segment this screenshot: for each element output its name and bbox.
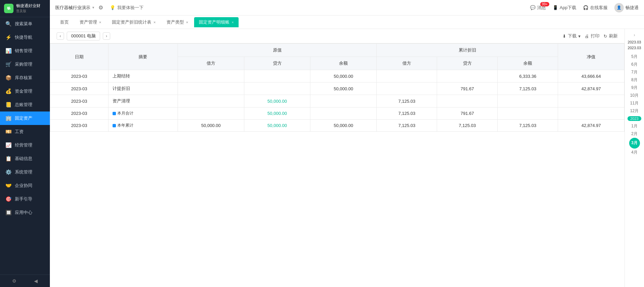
timeline-year-badge[interactable]: 2023 [627, 116, 641, 121]
sidebar-item-purchase[interactable]: 🛒采购管理 [0, 58, 50, 71]
sidebar: 畅 畅捷通好业财 普及版 🔍搜索菜单⚡快捷导航📊销售管理🛒采购管理📦库存核算💰资… [0, 0, 50, 287]
experience-icon: 💡 [110, 5, 115, 10]
prev-asset-button[interactable]: ‹ [57, 32, 64, 40]
sidebar-label-inventory: 库存核算 [15, 75, 32, 81]
print-label: 打印 [591, 33, 600, 39]
tab-asset-mgmt-close[interactable]: × [99, 20, 101, 24]
tab-fixed-depreciation[interactable]: 固定资产折旧统计表 × [107, 17, 160, 27]
experience-button[interactable]: 💡 我要体验一下 [110, 5, 144, 11]
settings-button[interactable]: ⚙ [98, 4, 103, 11]
tab-asset-mgmt[interactable]: 资产管理 × [75, 17, 106, 27]
sidebar-label-search: 搜索菜单 [15, 21, 32, 27]
experience-label: 我要体验一下 [117, 5, 144, 11]
cell-summary: 上期结转 [108, 70, 178, 83]
avatar: 👤 [614, 3, 624, 12]
refresh-icon: ↻ [604, 34, 607, 39]
timeline-month[interactable]: 9月 [630, 84, 639, 92]
service-button[interactable]: 🎧 在线客服 [583, 5, 608, 11]
timeline-top-controls: › [631, 32, 638, 38]
print-action[interactable]: 🖨 打印 [585, 33, 600, 39]
cell-acc-debit [376, 70, 437, 83]
topbar: 医疗器械行业演示 ▾ ⚙ 💡 我要体验一下 💬 消息 99+ 📱 App下载 🎧… [50, 0, 644, 15]
sidebar-icon-nav: ⚡ [5, 34, 11, 40]
sidebar-item-collab[interactable]: 🤝企业协同 [0, 179, 50, 192]
company-selector[interactable]: 医疗器械行业演示 ▾ [55, 5, 94, 11]
refresh-action[interactable]: ↻ 刷新 [604, 33, 618, 39]
timeline-month[interactable]: 5月 [630, 53, 639, 61]
cell-balance: 50,000.00 [310, 120, 377, 132]
sidebar-icon-guide: 🎯 [5, 196, 11, 202]
timeline-top-date2: 2023.03 [628, 45, 641, 51]
sidebar-item-ops[interactable]: 📈经营管理 [0, 138, 50, 152]
th-debit: 借方 [178, 57, 244, 70]
user-area[interactable]: 👤 畅捷通 [614, 3, 639, 12]
sidebar-icon-ops: 📈 [5, 142, 11, 148]
timeline-month[interactable]: 8月 [630, 76, 639, 84]
timeline-expand-btn[interactable]: › [631, 32, 638, 38]
sidebar-item-system[interactable]: ⚙️系统管理 [0, 165, 50, 179]
sidebar-item-finance[interactable]: 💰资金管理 [0, 85, 50, 98]
message-badge: 99+ [540, 2, 549, 6]
cell-net-value: 42,874.97 [558, 83, 624, 95]
sidebar-footer: ⚙ ◀ [0, 275, 50, 287]
next-asset-button[interactable]: › [103, 32, 110, 40]
message-button[interactable]: 💬 消息 99+ [530, 5, 546, 11]
sidebar-item-basic[interactable]: 📋基础信息 [0, 152, 50, 165]
service-label: 在线客服 [590, 5, 608, 11]
timeline-month[interactable]: 12月 [630, 107, 639, 115]
timeline-month[interactable]: 1月 [629, 122, 640, 130]
sidebar-item-salary[interactable]: 💴工资 [0, 125, 50, 138]
detail-table: 日期 摘要 原值 累计折旧 净值 借方 贷方 余额 借方 贷方 余额 [50, 43, 624, 132]
tab-fixed-depreciation-close[interactable]: × [153, 20, 155, 24]
sidebar-label-guide: 新手引导 [15, 196, 32, 202]
sidebar-item-search[interactable]: 🔍搜索菜单 [0, 17, 50, 31]
cell-balance [310, 107, 377, 120]
cell-credit: 50,000.00 [244, 120, 310, 132]
collapse-icon[interactable]: ◀ [34, 278, 38, 284]
th-summary: 摘要 [108, 44, 178, 70]
sidebar-item-inventory[interactable]: 📦库存核算 [0, 71, 50, 85]
service-icon: 🎧 [583, 5, 588, 10]
table-row: 2023-03 本年累计 50,000.00 50,000.00 50,000.… [50, 120, 624, 132]
sidebar-item-ledger[interactable]: 📒总账管理 [0, 98, 50, 111]
timeline-month[interactable]: 4月 [629, 149, 640, 156]
sidebar-item-fixed[interactable]: 🏢固定资产 [0, 111, 50, 125]
tab-fixed-depreciation-label: 固定资产折旧统计表 [112, 19, 151, 25]
timeline-active-month[interactable]: 3月 [629, 138, 640, 149]
sidebar-item-nav[interactable]: ⚡快捷导航 [0, 31, 50, 44]
tab-asset-type[interactable]: 资产类型 × [162, 17, 193, 27]
timeline-month[interactable]: 11月 [630, 99, 639, 107]
sidebar-item-guide[interactable]: 🎯新手引导 [0, 192, 50, 206]
timeline-month[interactable]: 7月 [630, 68, 639, 76]
th-net-value: 净值 [558, 44, 624, 70]
sidebar-item-sales[interactable]: 📊销售管理 [0, 44, 50, 58]
sidebar-item-apps[interactable]: 🔲应用中心 [0, 206, 50, 219]
cell-net-value: 42,874.97 [558, 120, 624, 132]
tab-fixed-detail-label: 固定资产明细账 [199, 19, 229, 25]
asset-id: 000001 电脑 [67, 32, 100, 40]
cell-acc-credit [437, 70, 497, 83]
tab-fixed-detail[interactable]: 固定资产明细账 × [194, 17, 238, 27]
company-dropdown-icon: ▾ [92, 5, 94, 10]
sidebar-icon-sales: 📊 [5, 48, 11, 54]
refresh-label: 刷新 [609, 33, 618, 39]
cell-acc-debit: 7,125.03 [376, 107, 437, 120]
cell-date: 2023-03 [50, 107, 109, 120]
timeline-month[interactable]: 2月 [629, 130, 640, 138]
cell-net-value [558, 95, 624, 107]
cell-date: 2023-03 [50, 70, 109, 83]
tab-home[interactable]: 首页 [55, 17, 73, 27]
month-tag: 本月合计 [113, 110, 133, 116]
timeline-month[interactable]: 6月 [630, 61, 639, 68]
cell-debit [178, 107, 244, 120]
download-action[interactable]: ⬇ 下载 ▾ [562, 33, 581, 39]
cell-balance [310, 95, 377, 107]
settings-icon[interactable]: ⚙ [12, 278, 17, 284]
tab-fixed-detail-close[interactable]: × [232, 20, 234, 24]
download-button[interactable]: 📱 App下载 [553, 5, 576, 11]
sub-header: ‹ 000001 电脑 › ⬇ 下载 ▾ 🖨 打印 ↻ [50, 29, 624, 43]
cell-balance: 50,000.00 [310, 83, 377, 95]
timeline-month[interactable]: 10月 [630, 92, 639, 99]
tab-asset-type-close[interactable]: × [186, 20, 188, 24]
sidebar-label-salary: 工资 [15, 129, 24, 135]
